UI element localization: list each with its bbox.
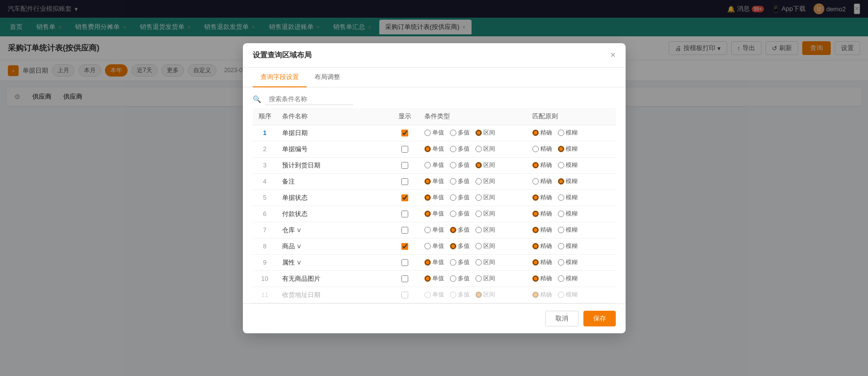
match-option-精确[interactable]: 精确 bbox=[532, 210, 552, 218]
row-condition-name: 属性 ∨ bbox=[277, 254, 390, 270]
type-option-区间[interactable]: 区间 bbox=[475, 274, 495, 277]
match-option-模糊[interactable]: 模糊 bbox=[558, 210, 578, 218]
type-option-多值[interactable]: 多值 bbox=[450, 129, 470, 137]
type-option-区间[interactable]: 区间 bbox=[475, 210, 495, 218]
type-option-单值[interactable]: 单值 bbox=[424, 274, 444, 277]
display-checkbox[interactable] bbox=[401, 178, 408, 185]
row-display-cell[interactable] bbox=[390, 173, 420, 189]
search-icon: 🔍 bbox=[253, 95, 261, 103]
table-row: 1单据日期单值多值区间精确模糊 bbox=[253, 125, 616, 141]
match-option-精确[interactable]: 精确 bbox=[532, 226, 552, 234]
type-option-单值[interactable]: 单值 bbox=[424, 145, 444, 153]
dialog-close-button[interactable]: × bbox=[610, 50, 616, 60]
match-option-精确[interactable]: 精确 bbox=[532, 161, 552, 169]
row-display-cell[interactable] bbox=[390, 222, 420, 238]
type-option-多值[interactable]: 多值 bbox=[450, 242, 470, 250]
match-option-模糊[interactable]: 模糊 bbox=[558, 193, 578, 202]
type-option-多值[interactable]: 多值 bbox=[450, 210, 470, 218]
match-option-模糊[interactable]: 模糊 bbox=[558, 161, 578, 169]
type-option-单值[interactable]: 单值 bbox=[424, 129, 444, 137]
row-condition-name: 有无商品图片 bbox=[277, 270, 390, 277]
match-option-模糊[interactable]: 模糊 bbox=[558, 145, 578, 153]
match-option-精确[interactable]: 精确 bbox=[532, 145, 552, 153]
match-option-模糊[interactable]: 模糊 bbox=[558, 129, 578, 137]
match-option-模糊[interactable]: 模糊 bbox=[558, 242, 578, 250]
display-checkbox[interactable] bbox=[401, 259, 408, 266]
row-match-cell: 精确模糊 bbox=[527, 222, 616, 238]
match-option-模糊[interactable]: 模糊 bbox=[558, 177, 578, 186]
row-type-cell: 单值多值区间 bbox=[420, 157, 527, 173]
display-checkbox[interactable] bbox=[401, 243, 408, 250]
display-checkbox[interactable] bbox=[401, 211, 408, 217]
dialog-search-area: 🔍 bbox=[243, 87, 626, 108]
type-option-单值[interactable]: 单值 bbox=[424, 161, 444, 169]
row-order: 5 bbox=[253, 189, 277, 206]
match-option-精确[interactable]: 精确 bbox=[532, 274, 552, 277]
type-option-多值[interactable]: 多值 bbox=[450, 274, 470, 277]
row-condition-name: 备注 bbox=[277, 173, 390, 189]
match-option-精确[interactable]: 精确 bbox=[532, 193, 552, 202]
type-option-多值[interactable]: 多值 bbox=[450, 145, 470, 153]
dialog-tabs: 查询字段设置 布局调整 bbox=[243, 68, 626, 87]
row-display-cell[interactable] bbox=[390, 141, 420, 157]
type-option-区间[interactable]: 区间 bbox=[475, 226, 495, 234]
match-option-模糊[interactable]: 模糊 bbox=[558, 226, 578, 234]
type-option-区间[interactable]: 区间 bbox=[475, 129, 495, 137]
row-condition-name: 付款状态 bbox=[277, 206, 390, 222]
row-display-cell[interactable] bbox=[390, 189, 420, 206]
row-type-cell: 单值多值区间 bbox=[420, 125, 527, 141]
type-option-区间[interactable]: 区间 bbox=[475, 145, 495, 153]
type-option-单值[interactable]: 单值 bbox=[424, 210, 444, 218]
match-option-模糊[interactable]: 模糊 bbox=[558, 274, 578, 277]
row-display-cell[interactable] bbox=[390, 157, 420, 173]
type-option-区间[interactable]: 区间 bbox=[475, 258, 495, 267]
type-option-单值[interactable]: 单值 bbox=[424, 226, 444, 234]
settings-dialog: 设置查询区域布局 × 查询字段设置 布局调整 🔍 顺序 条件名称 显示 条件类型 bbox=[243, 43, 626, 278]
display-checkbox[interactable] bbox=[401, 146, 408, 153]
row-condition-name: 单据日期 bbox=[277, 125, 390, 141]
type-option-多值[interactable]: 多值 bbox=[450, 161, 470, 169]
row-display-cell[interactable] bbox=[390, 238, 420, 254]
modal-overlay: 设置查询区域布局 × 查询字段设置 布局调整 🔍 顺序 条件名称 显示 条件类型 bbox=[0, 0, 868, 277]
row-display-cell[interactable] bbox=[390, 206, 420, 222]
row-condition-name: 单据编号 bbox=[277, 141, 390, 157]
row-type-cell: 单值多值区间 bbox=[420, 222, 527, 238]
match-option-模糊[interactable]: 模糊 bbox=[558, 258, 578, 267]
type-option-单值[interactable]: 单值 bbox=[424, 177, 444, 186]
row-type-cell: 单值多值区间 bbox=[420, 141, 527, 157]
table-row: 7仓库 ∨单值多值区间精确模糊 bbox=[253, 222, 616, 238]
type-option-多值[interactable]: 多值 bbox=[450, 177, 470, 186]
row-display-cell[interactable] bbox=[390, 270, 420, 277]
type-option-单值[interactable]: 单值 bbox=[424, 242, 444, 250]
row-condition-name: 预计到货日期 bbox=[277, 157, 390, 173]
match-option-精确[interactable]: 精确 bbox=[532, 242, 552, 250]
match-option-精确[interactable]: 精确 bbox=[532, 258, 552, 267]
type-option-区间[interactable]: 区间 bbox=[475, 242, 495, 250]
type-option-单值[interactable]: 单值 bbox=[424, 258, 444, 267]
row-display-cell[interactable] bbox=[390, 125, 420, 141]
match-option-精确[interactable]: 精确 bbox=[532, 177, 552, 186]
dialog-header: 设置查询区域布局 × bbox=[243, 43, 626, 68]
display-checkbox[interactable] bbox=[401, 227, 408, 234]
type-option-多值[interactable]: 多值 bbox=[450, 258, 470, 267]
type-option-区间[interactable]: 区间 bbox=[475, 161, 495, 169]
row-type-cell: 单值多值区间 bbox=[420, 254, 527, 270]
display-checkbox[interactable] bbox=[401, 130, 408, 136]
dialog-tab-query-fields[interactable]: 查询字段设置 bbox=[253, 68, 307, 87]
row-match-cell: 精确模糊 bbox=[527, 173, 616, 189]
type-option-单值[interactable]: 单值 bbox=[424, 193, 444, 202]
type-option-多值[interactable]: 多值 bbox=[450, 226, 470, 234]
row-display-cell[interactable] bbox=[390, 254, 420, 270]
search-input[interactable] bbox=[265, 93, 353, 105]
col-match-header: 匹配原则 bbox=[527, 108, 616, 125]
match-option-精确[interactable]: 精确 bbox=[532, 129, 552, 137]
display-checkbox[interactable] bbox=[401, 194, 408, 201]
type-option-区间[interactable]: 区间 bbox=[475, 193, 495, 202]
col-order-header: 顺序 bbox=[253, 108, 277, 125]
type-option-多值[interactable]: 多值 bbox=[450, 193, 470, 202]
display-checkbox[interactable] bbox=[401, 162, 408, 169]
dialog-tab-layout[interactable]: 布局调整 bbox=[307, 68, 348, 87]
type-option-区间[interactable]: 区间 bbox=[475, 177, 495, 186]
table-row: 10有无商品图片单值多值区间精确模糊 bbox=[253, 270, 616, 277]
display-checkbox[interactable] bbox=[401, 275, 408, 278]
